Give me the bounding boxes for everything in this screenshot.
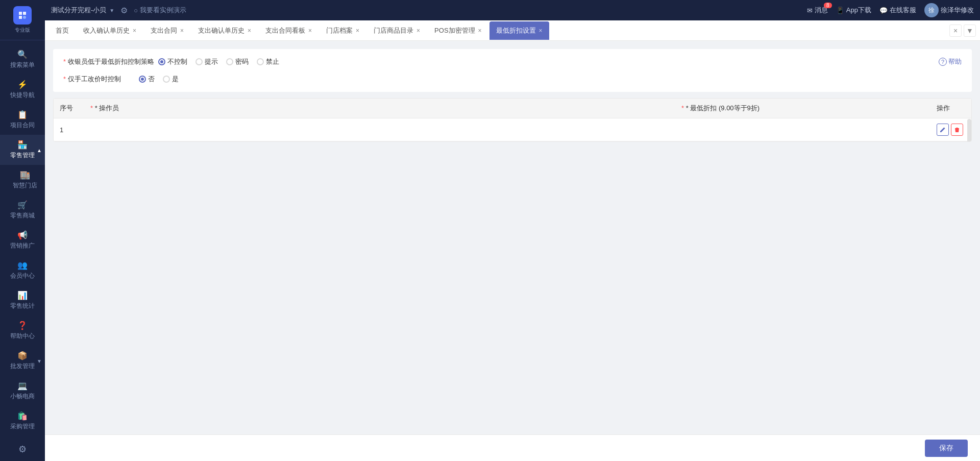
table-scrollbar[interactable] bbox=[967, 119, 971, 142]
discount-policy-forbid[interactable]: 禁止 bbox=[257, 57, 279, 66]
sidebar-item-ecommerce[interactable]: 💻 小畅电商 bbox=[0, 376, 45, 406]
discount-table: 序号 * * 操作员 * * 最低折扣 (9.00等于9折) 操作 bbox=[54, 99, 971, 141]
manual-price-yes-label: 是 bbox=[172, 75, 179, 84]
ecommerce-icon: 💻 bbox=[17, 381, 28, 391]
tab-payment-contract-close[interactable]: × bbox=[180, 27, 184, 34]
help-link[interactable]: ? 帮助 bbox=[939, 57, 962, 66]
sidebar-item-smartstore[interactable]: 🏬 智慧门店 bbox=[0, 165, 45, 195]
td-operator bbox=[84, 118, 675, 141]
discount-policy-no-control[interactable]: 不控制 bbox=[158, 57, 187, 66]
tab-payment-confirm-close[interactable]: × bbox=[248, 27, 251, 34]
tab-close-all-btn[interactable]: × bbox=[949, 25, 962, 37]
tab-store-archive-close[interactable]: × bbox=[356, 27, 359, 34]
marketing-icon: 📢 bbox=[17, 230, 28, 240]
discount-policy-password[interactable]: 密码 bbox=[226, 57, 249, 66]
tabbar: 首页 收入确认单历史 × 支出合同 × 支出确认单历史 × 支出合同看板 × 门… bbox=[45, 20, 980, 41]
password-label: 密码 bbox=[235, 57, 249, 66]
tab-home-label: 首页 bbox=[56, 26, 69, 35]
sidebar-menu: 🔍 搜索菜单 ⚡ 快捷导航 📋 项目合同 🏪 零售管理 ▲ 🏬 智慧门店 🛒 零… bbox=[0, 40, 45, 438]
manual-price-yes-radio[interactable] bbox=[163, 76, 170, 83]
sidebar-item-eshop[interactable]: 🛒 零售商城 bbox=[0, 195, 45, 225]
topbar-settings-icon[interactable]: ⚙ bbox=[120, 6, 128, 15]
tab-income-confirm-close[interactable]: × bbox=[133, 27, 136, 34]
svg-point-0 bbox=[23, 16, 26, 19]
message-icon: ✉ bbox=[807, 7, 813, 14]
tab-min-discount[interactable]: 最低折扣设置 × bbox=[489, 21, 549, 40]
tabbar-controls: × ▼ bbox=[949, 25, 976, 37]
manual-price-label: * 仅手工改价时控制 bbox=[63, 75, 135, 84]
action-buttons bbox=[937, 124, 965, 136]
th-operator: * * 操作员 bbox=[84, 99, 675, 118]
tab-store-archive[interactable]: 门店档案 × bbox=[320, 21, 366, 40]
tab-store-goods[interactable]: 门店商品目录 × bbox=[367, 21, 427, 40]
sidebar-item-wholesale[interactable]: 📦 批发管理 ▼ bbox=[0, 346, 45, 376]
password-radio[interactable] bbox=[226, 58, 233, 65]
edit-btn[interactable] bbox=[937, 124, 949, 136]
bottom-bar: 保存 bbox=[45, 434, 980, 461]
forbid-radio[interactable] bbox=[257, 58, 264, 65]
sidebar-bottom: ⚙ bbox=[0, 438, 45, 461]
sidebar-item-label: 零售商城 bbox=[10, 211, 35, 220]
tab-pos-encrypt[interactable]: POS加密管理 × bbox=[428, 21, 488, 40]
sidebar-item-label: 智慧门店 bbox=[13, 181, 37, 190]
sidebar-item-label: 采购管理 bbox=[10, 422, 35, 431]
project-icon: 📋 bbox=[17, 110, 28, 119]
tab-payment-confirm[interactable]: 支出确认单历史 × bbox=[191, 21, 258, 40]
topbar-message-btn[interactable]: ✉ 消息 8 bbox=[807, 6, 828, 15]
topbar-appdownload-btn[interactable]: 📱 App下载 bbox=[836, 6, 871, 15]
topbar-demo-label: 我要看实例演示 bbox=[140, 6, 186, 15]
topbar-customerservice-label: 在线客服 bbox=[890, 6, 916, 15]
sidebar-settings-icon[interactable]: ⚙ bbox=[18, 444, 27, 455]
sidebar-item-label: 小畅电商 bbox=[10, 392, 35, 401]
manual-price-no-radio[interactable] bbox=[139, 76, 146, 83]
sidebar-item-member[interactable]: 👥 会员中心 bbox=[0, 255, 45, 285]
tab-menu-btn[interactable]: ▼ bbox=[964, 25, 976, 37]
tab-home[interactable]: 首页 bbox=[49, 21, 76, 40]
tab-pos-encrypt-close[interactable]: × bbox=[478, 27, 482, 34]
sidebar-item-help[interactable]: ❓ 帮助中心 bbox=[0, 316, 45, 346]
tab-payment-contract[interactable]: 支出合同 × bbox=[144, 21, 190, 40]
topbar-demo-circle-icon: ○ bbox=[134, 7, 138, 14]
tab-payment-board-label: 支出合同看板 bbox=[265, 26, 305, 35]
topbar-demo-btn[interactable]: ○ 我要看实例演示 bbox=[134, 6, 186, 15]
manual-price-yes[interactable]: 是 bbox=[163, 75, 179, 84]
tab-payment-board-close[interactable]: × bbox=[308, 27, 312, 34]
save-button[interactable]: 保存 bbox=[925, 440, 968, 457]
sidebar-item-project[interactable]: 📋 项目合同 bbox=[0, 105, 45, 135]
delete-btn[interactable] bbox=[951, 124, 963, 136]
sidebar-item-label: 搜索菜单 bbox=[10, 61, 35, 69]
forbid-label: 禁止 bbox=[266, 57, 279, 66]
help-label: 帮助 bbox=[948, 57, 962, 66]
manual-price-radio-group: 否 是 bbox=[139, 75, 179, 84]
sidebar-item-label: 快捷导航 bbox=[10, 91, 35, 100]
tab-store-goods-close[interactable]: × bbox=[416, 27, 420, 34]
no-control-label: 不控制 bbox=[167, 57, 187, 66]
discount-policy-prompt[interactable]: 提示 bbox=[195, 57, 218, 66]
smartstore-icon: 🏬 bbox=[20, 170, 30, 180]
no-control-radio[interactable] bbox=[158, 58, 165, 65]
discount-policy-radio-group: 不控制 提示 密码 禁止 bbox=[158, 57, 279, 66]
sidebar-item-stats[interactable]: 📊 零售统计 bbox=[0, 285, 45, 316]
tab-income-confirm[interactable]: 收入确认单历史 × bbox=[77, 21, 143, 40]
topbar-username: 徐泽华修改 bbox=[941, 6, 974, 15]
topbar: 测试分开完程-小贝 ▼ ⚙ ○ 我要看实例演示 ✉ 消息 8 📱 App下载 💬… bbox=[45, 0, 980, 20]
topbar-customerservice-btn[interactable]: 💬 在线客服 bbox=[879, 6, 916, 15]
sidebar-item-purchase[interactable]: 🛍️ 采购管理 bbox=[0, 406, 45, 436]
topbar-project-selector[interactable]: 测试分开完程-小贝 ▼ bbox=[51, 6, 114, 15]
tab-min-discount-close[interactable]: × bbox=[539, 27, 543, 34]
sidebar-item-search[interactable]: 🔍 搜索菜单 bbox=[0, 44, 45, 75]
tab-payment-board[interactable]: 支出合同看板 × bbox=[259, 21, 318, 40]
sidebar-item-quicknav[interactable]: ⚡ 快捷导航 bbox=[0, 75, 45, 105]
prompt-radio[interactable] bbox=[195, 58, 203, 65]
topbar-user-btn[interactable]: 徐 徐泽华修改 bbox=[924, 3, 974, 17]
sidebar-item-retail[interactable]: 🏪 零售管理 ▲ bbox=[0, 135, 45, 165]
sidebar-item-label: 营销推广 bbox=[10, 241, 35, 250]
th-operator-label: * 操作员 bbox=[95, 104, 119, 112]
sidebar-item-marketing[interactable]: 📢 营销推广 bbox=[0, 225, 45, 255]
manual-price-no[interactable]: 否 bbox=[139, 75, 155, 84]
discount-required-mark: * bbox=[681, 104, 684, 112]
sidebar-item-inventory[interactable]: 📦 库存核算 bbox=[0, 436, 45, 438]
tab-pos-encrypt-label: POS加密管理 bbox=[434, 26, 475, 35]
help-icon: ❓ bbox=[17, 321, 28, 330]
tab-store-goods-label: 门店商品目录 bbox=[374, 26, 413, 35]
